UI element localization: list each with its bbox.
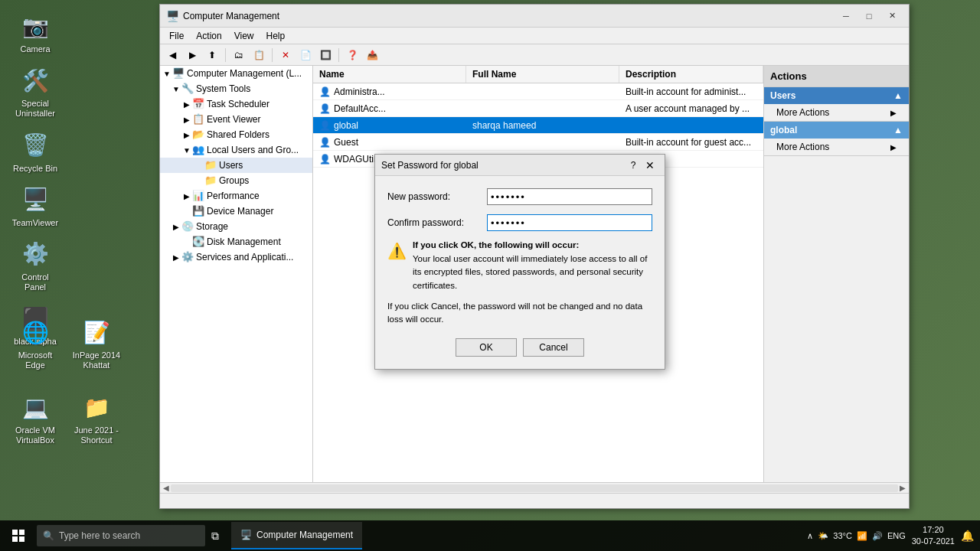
actions-section-title-global[interactable]: global ▲ bbox=[764, 122, 909, 139]
toolbar-properties[interactable]: 🔲 bbox=[316, 47, 335, 64]
tree-item-shared-folders[interactable]: ▶ 📂 Shared Folders bbox=[160, 127, 312, 142]
section-global-label: global bbox=[770, 125, 797, 135]
user-desc-global bbox=[619, 124, 763, 127]
scroll-right-arrow[interactable]: ▶ bbox=[898, 484, 907, 492]
icon-performance: 📊 bbox=[192, 190, 204, 202]
notification-icon[interactable]: 🔔 bbox=[961, 530, 974, 542]
user-icon-wdautil: 👤 bbox=[319, 154, 331, 165]
menu-help[interactable]: Help bbox=[260, 29, 292, 43]
actions-section-users: Users ▲ More Actions ▶ bbox=[764, 87, 909, 122]
warning-body: Your local user account will immediately… bbox=[413, 253, 652, 292]
language-label: ENG bbox=[887, 531, 906, 540]
svg-rect-0 bbox=[12, 530, 18, 535]
toolbar-sep-1 bbox=[225, 48, 226, 62]
chevron-up-icon[interactable]: ∧ bbox=[807, 531, 813, 541]
system-tray: ∧ 🌤️ 33°C 📶 🔊 ENG 17:20 30-07-2021 🔔 bbox=[807, 524, 980, 548]
dialog-close-button[interactable]: ✕ bbox=[642, 158, 658, 172]
col-header-description[interactable]: Description bbox=[619, 66, 763, 83]
tree-item-performance[interactable]: ▶ 📊 Performance bbox=[160, 188, 312, 204]
menu-action[interactable]: Action bbox=[190, 29, 227, 43]
maximize-button[interactable]: □ bbox=[858, 8, 880, 24]
tree-item-storage[interactable]: ▶ 💿 Storage bbox=[160, 219, 312, 234]
user-fullname-guest bbox=[466, 141, 619, 144]
scroll-left-arrow[interactable]: ◀ bbox=[162, 484, 171, 492]
user-icon-administrator: 👤 bbox=[319, 86, 331, 97]
toolbar-show-hide[interactable]: 🗂 bbox=[230, 47, 248, 64]
user-name-global: 👤 global bbox=[313, 119, 466, 132]
desktop-icon-recycle-bin[interactable]: 🗑️ Recycle Bin bbox=[8, 127, 63, 177]
toolbar-up[interactable]: ⬆ bbox=[203, 47, 221, 64]
close-button[interactable]: ✕ bbox=[881, 8, 903, 24]
desktop-icon-control-panel[interactable]: ⚙️ Control Panel bbox=[8, 236, 63, 295]
toolbar-delete[interactable]: ✕ bbox=[276, 47, 295, 64]
tree-item-users[interactable]: 📁 Users bbox=[160, 158, 312, 173]
toolbar: ◀ ▶ ⬆ 🗂 📋 ✕ 📄 🔲 ❓ 📤 bbox=[160, 44, 909, 66]
task-view-button[interactable]: ⧉ bbox=[205, 530, 225, 543]
desktop-icon-teamviewer[interactable]: 🖥️ TeamViewer bbox=[8, 181, 63, 231]
col-header-fullname[interactable]: Full Name bbox=[466, 66, 619, 83]
menu-view[interactable]: View bbox=[228, 29, 260, 43]
user-row-administrator[interactable]: 👤 Administra... Built-in account for adm… bbox=[313, 83, 763, 100]
desktop-icon-inpage[interactable]: 📝 InPage 2014 Khattat bbox=[69, 314, 124, 373]
desktop-icon-microsoft-edge[interactable]: 🌐 Microsoft Edge bbox=[8, 314, 63, 373]
desktop-icon-oracle-vm[interactable]: 💻 Oracle VM VirtualBox bbox=[8, 389, 63, 448]
start-button[interactable] bbox=[0, 520, 37, 551]
label-storage: Storage bbox=[196, 221, 228, 232]
icon-storage: 💿 bbox=[181, 220, 194, 233]
dialog-help-button[interactable]: ? bbox=[625, 158, 642, 172]
icon-device-manager: 💾 bbox=[192, 205, 204, 217]
dialog-cancel-button[interactable]: Cancel bbox=[523, 338, 584, 357]
toolbar-export[interactable]: 📤 bbox=[363, 47, 381, 64]
sys-icons: ∧ 🌤️ 33°C 📶 🔊 ENG bbox=[807, 531, 905, 541]
toolbar-forward[interactable]: ▶ bbox=[183, 47, 201, 64]
tree-item-device-manager[interactable]: 💾 Device Manager bbox=[160, 204, 312, 219]
taskbar-app-icon: 🖥️ bbox=[240, 530, 252, 540]
tree-item-system-tools[interactable]: ▼ 🔧 System Tools bbox=[160, 81, 312, 96]
window-icon: 🖥️ bbox=[166, 10, 178, 22]
actions-section-title-users[interactable]: Users ▲ bbox=[764, 87, 909, 104]
user-row-guest[interactable]: 👤 Guest Built-in account for guest acc..… bbox=[313, 134, 763, 151]
recycle-bin-icon: 🗑️ bbox=[20, 130, 51, 161]
desktop-icon-special-uninstaller[interactable]: 🛠️ Special Uninstaller bbox=[8, 62, 63, 122]
horizontal-scrollbar[interactable]: ◀ ▶ bbox=[160, 482, 909, 493]
tree-item-disk-mgmt[interactable]: 💽 Disk Management bbox=[160, 234, 312, 249]
label-task-scheduler: Task Scheduler bbox=[207, 99, 270, 109]
dialog-ok-button[interactable]: OK bbox=[456, 338, 517, 357]
toolbar-help[interactable]: ❓ bbox=[343, 47, 361, 64]
toolbar-view[interactable]: 📋 bbox=[250, 47, 268, 64]
menu-file[interactable]: File bbox=[163, 29, 190, 43]
label-event-viewer: Event Viewer bbox=[207, 114, 260, 125]
more-actions-users-label: More Actions bbox=[776, 107, 829, 118]
label-users: Users bbox=[219, 160, 243, 171]
arrow-storage: ▶ bbox=[171, 223, 181, 231]
toolbar-rename[interactable]: 📄 bbox=[296, 47, 315, 64]
new-password-input[interactable] bbox=[487, 188, 652, 205]
more-actions-users-item[interactable]: More Actions ▶ bbox=[764, 104, 909, 121]
minimize-button[interactable]: ─ bbox=[835, 8, 857, 24]
inpage-label: InPage 2014 Khattat bbox=[72, 350, 121, 370]
user-icon-guest: 👤 bbox=[319, 137, 331, 148]
user-row-global[interactable]: 👤 global sharqa hameed bbox=[313, 117, 763, 134]
scroll-track[interactable] bbox=[171, 484, 898, 492]
tree-item-computer-mgmt[interactable]: ▼ 🖥️ Computer Management (L... bbox=[160, 66, 312, 81]
tree-item-groups[interactable]: 📁 Groups bbox=[160, 173, 312, 188]
desktop-icon-june-2021[interactable]: 📁 June 2021 - Shortcut bbox=[69, 389, 124, 448]
taskbar-clock[interactable]: 17:20 30-07-2021 bbox=[912, 524, 955, 548]
toolbar-back[interactable]: ◀ bbox=[163, 47, 181, 64]
desktop-icon-camera[interactable]: 📷 Camera bbox=[8, 8, 63, 57]
confirm-password-input[interactable] bbox=[487, 214, 652, 231]
recycle-bin-label: Recycle Bin bbox=[13, 164, 57, 174]
taskbar-search[interactable]: 🔍 Type here to search bbox=[37, 525, 205, 546]
user-fullname-defaultacc bbox=[466, 107, 619, 110]
more-actions-global-item[interactable]: More Actions ▶ bbox=[764, 139, 909, 155]
tree-item-event-viewer[interactable]: ▶ 📋 Event Viewer bbox=[160, 112, 312, 127]
volume-icon: 🔊 bbox=[872, 531, 883, 541]
more-actions-global-arrow: ▶ bbox=[890, 143, 897, 152]
col-header-name[interactable]: Name bbox=[313, 66, 466, 83]
tree-item-task-scheduler[interactable]: ▶ 📅 Task Scheduler bbox=[160, 96, 312, 112]
tree-item-services[interactable]: ▶ ⚙️ Services and Applicati... bbox=[160, 249, 312, 265]
taskbar-app-comp-mgmt[interactable]: 🖥️ Computer Management bbox=[231, 522, 362, 549]
user-row-defaultacc[interactable]: 👤 DefaultAcc... A user account managed b… bbox=[313, 100, 763, 117]
icon-services: ⚙️ bbox=[181, 251, 194, 263]
tree-item-local-users[interactable]: ▼ 👥 Local Users and Gro... bbox=[160, 142, 312, 158]
